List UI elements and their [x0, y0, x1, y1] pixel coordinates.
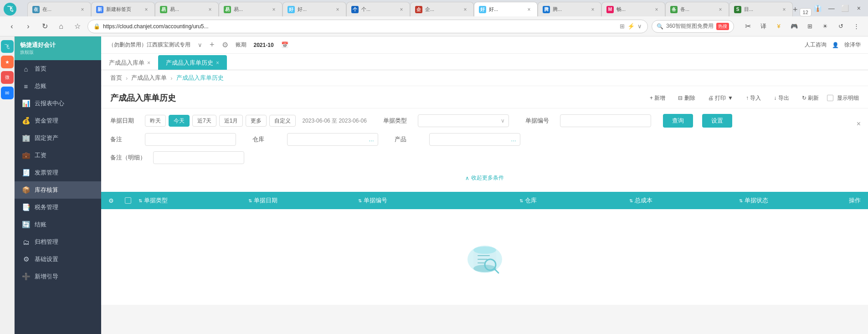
voucher-number-input[interactable]	[560, 114, 651, 127]
dock-icon-main[interactable]: 飞	[1, 40, 14, 53]
export-button[interactable]: ↓ 导出	[769, 92, 793, 104]
tab-teng[interactable]: 腾 腾... ×	[538, 2, 601, 16]
th-check[interactable]	[121, 197, 135, 204]
shirt-icon[interactable]: 👔	[812, 2, 824, 15]
collapse-button[interactable]: ∧ 收起更多条件	[465, 171, 504, 185]
forward-button[interactable]: ›	[22, 20, 35, 33]
dock-icon-weibo[interactable]: 微	[1, 71, 14, 84]
sidebar-item-fixed[interactable]: 🏢 固定资产	[15, 129, 101, 147]
translate-icon[interactable]: 译	[757, 20, 770, 33]
tab-history[interactable]: 产成品入库单历史 ×	[158, 55, 227, 70]
tab-mu[interactable]: S 目... ×	[729, 2, 793, 16]
grid-icon[interactable]: ⊞	[620, 23, 625, 30]
sidebar-item-fund[interactable]: 💰 资金管理	[15, 112, 101, 129]
import-button[interactable]: ↑ 导入	[741, 92, 765, 104]
date-btn-more[interactable]: 更多	[246, 115, 267, 127]
app-circle-icon[interactable]: 飞	[4, 3, 16, 15]
th-date[interactable]: ⇅ 单据日期	[245, 196, 354, 205]
settings-account-button[interactable]: ⚙	[222, 41, 228, 49]
grid2-icon[interactable]: ⊞	[803, 20, 816, 33]
breadcrumb-home[interactable]: 首页	[110, 74, 122, 82]
th-warehouse[interactable]: ⇅ 仓库	[516, 196, 626, 205]
tab-close-8[interactable]: ×	[525, 6, 533, 13]
dock-icon-mail[interactable]: ✉	[1, 87, 14, 99]
sidebar-item-archive[interactable]: 🗂 归档管理	[15, 233, 101, 251]
sidebar-item-home[interactable]: ⌂ 首页	[15, 60, 101, 77]
add-account-button[interactable]: +	[210, 40, 215, 50]
tab-qi[interactable]: 企 企... ×	[410, 2, 474, 16]
refresh-page-button[interactable]: ↻ 刷新	[797, 92, 823, 104]
note-input[interactable]	[145, 133, 236, 146]
sidebar-item-inventory[interactable]: 📦 库存核算	[15, 181, 101, 199]
tab-yiji2[interactable]: 易 易... ×	[219, 2, 282, 16]
tab-chang[interactable]: M 畅... ×	[601, 2, 665, 16]
warehouse-ellipsis[interactable]: …	[369, 136, 374, 143]
product-dropdown[interactable]: …	[429, 133, 520, 146]
tab-hao-active[interactable]: 好 好... ×	[474, 2, 538, 16]
select-all-checkbox[interactable]	[125, 197, 131, 204]
date-btn-custom[interactable]: 自定义	[269, 115, 296, 127]
tab-yiji1[interactable]: 易 易... ×	[155, 2, 219, 16]
avatar-icon[interactable]: 👤	[832, 42, 839, 48]
tab-close-3[interactable]: ×	[206, 6, 214, 13]
tab-close-6[interactable]: ×	[398, 6, 405, 13]
sidebar-item-salary[interactable]: 💼 工资	[15, 147, 101, 164]
sidebar-item-checkout[interactable]: 🔄 结账	[15, 216, 101, 233]
th-settings[interactable]: ⚙	[105, 197, 121, 204]
tab-close-5[interactable]: ×	[334, 6, 341, 13]
th-number[interactable]: ⇅ 单据编号	[354, 196, 516, 205]
tab-list-close[interactable]: ×	[147, 60, 150, 66]
th-type[interactable]: ⇅ 单据类型	[135, 196, 245, 205]
undo-icon[interactable]: ↺	[834, 20, 847, 33]
tab-close-7[interactable]: ×	[462, 6, 469, 13]
search-button[interactable]: 查询	[663, 114, 693, 128]
add-button[interactable]: + 新增	[645, 92, 670, 104]
th-cost[interactable]: ⇅ 总成本	[626, 196, 735, 205]
sun-icon[interactable]: ☀	[819, 20, 832, 33]
date-btn-yesterday[interactable]: 昨天	[145, 115, 166, 127]
tab-count[interactable]: 12	[800, 8, 812, 16]
breadcrumb-list[interactable]: 产成品入库单	[131, 74, 167, 82]
home-button[interactable]: ⌂	[55, 20, 67, 33]
note-detail-input[interactable]	[153, 151, 244, 164]
refresh-button[interactable]: ↻	[38, 20, 51, 33]
scissors-icon[interactable]: ✂	[741, 20, 754, 33]
sidebar-item-settings[interactable]: ⚙ 基础设置	[15, 251, 101, 268]
address-bar[interactable]: 🔒 https://cloud.chanjet.com/accounting/u…	[87, 20, 648, 33]
print-button[interactable]: 🖨 打印 ▼	[704, 92, 738, 104]
tab-close-2[interactable]: ×	[143, 6, 150, 13]
setting-button[interactable]: 设置	[702, 114, 732, 128]
tab-in-online[interactable]: 在 在... ×	[27, 2, 91, 16]
show-detail-checkbox[interactable]	[827, 95, 833, 101]
sidebar-item-tax[interactable]: 📑 税务管理	[15, 199, 101, 216]
dock-icon-star[interactable]: ★	[1, 56, 14, 68]
lightning-icon[interactable]: ⚡	[627, 23, 635, 30]
tab-ge2[interactable]: 各 各... ×	[665, 2, 729, 16]
product-ellipsis[interactable]: …	[511, 136, 516, 143]
tab-close-10[interactable]: ×	[653, 6, 660, 13]
tab-history-close[interactable]: ×	[216, 60, 219, 66]
date-btn-today[interactable]: 今天	[169, 115, 190, 127]
th-status[interactable]: ⇅ 单据状态	[735, 196, 845, 205]
account-dropdown-icon[interactable]: ∨	[198, 41, 202, 48]
bookmark-button[interactable]: ☆	[71, 20, 84, 33]
settings-toolbar-icon[interactable]: ⋮	[850, 20, 863, 33]
warehouse-dropdown[interactable]: …	[287, 133, 378, 146]
sidebar-item-invoice[interactable]: 🧾 发票管理	[15, 164, 101, 181]
tab-close-1[interactable]: ×	[79, 6, 86, 13]
tab-list[interactable]: 产成品入库单 ×	[101, 55, 158, 70]
back-button[interactable]: ‹	[5, 20, 18, 33]
tab-close-4[interactable]: ×	[270, 6, 277, 13]
address-dropdown-icon[interactable]: ∨	[637, 23, 642, 30]
close-window-button[interactable]: ×	[853, 2, 865, 15]
voucher-type-dropdown[interactable]: ∨	[418, 114, 509, 127]
panel-close-button[interactable]: ×	[857, 120, 861, 128]
sidebar-item-ledger[interactable]: ≡ 总账	[15, 77, 101, 95]
tab-close-11[interactable]: ×	[717, 6, 724, 13]
maximize-button[interactable]: ⬜	[839, 2, 852, 15]
tab-close-12[interactable]: ×	[781, 6, 788, 13]
sidebar-item-add[interactable]: ➕ 新增引导	[15, 268, 101, 285]
sidebar-item-report[interactable]: 📊 云报表中心	[15, 95, 101, 112]
date-btn-1month[interactable]: 近1月	[219, 115, 243, 127]
tab-hao1[interactable]: 好 好... ×	[282, 2, 346, 16]
